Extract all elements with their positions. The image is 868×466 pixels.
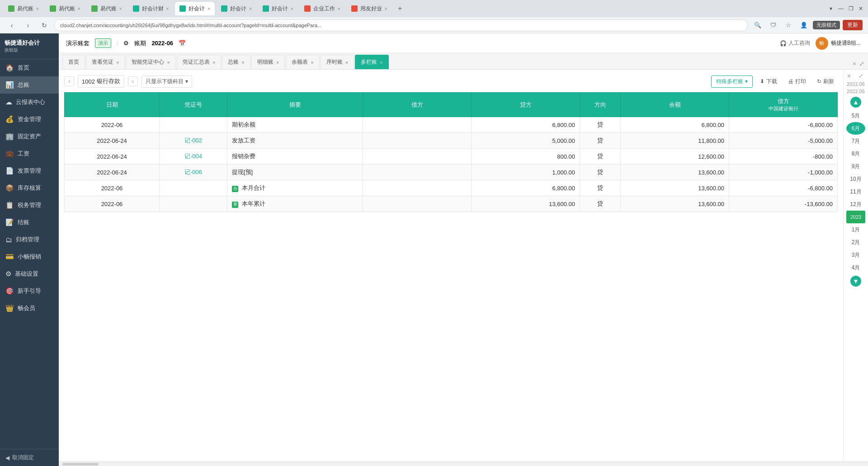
tab-detail-ledger[interactable]: 明细账 × xyxy=(251,55,285,69)
calendar-scroll-down[interactable]: ▼ xyxy=(850,276,861,287)
browser-tab-3[interactable]: 易代账 × xyxy=(87,2,127,15)
sidebar-item-archive[interactable]: 🗂 归档管理 xyxy=(0,231,59,248)
calendar-scroll-up[interactable]: ▲ xyxy=(850,97,861,108)
tab-smart-voucher-close[interactable]: × xyxy=(167,60,170,65)
nav-next-button[interactable]: › xyxy=(128,76,138,86)
sidebar-item-salary[interactable]: 💼 工资 xyxy=(0,145,59,162)
tab-general-ledger-close[interactable]: × xyxy=(241,60,244,65)
download-button[interactable]: ⬇ 下载 xyxy=(756,76,781,87)
user-info[interactable]: 畅 畅捷通B组... xyxy=(816,37,861,50)
minimize-button[interactable]: — xyxy=(837,5,844,12)
calendar-icon[interactable]: 📅 xyxy=(179,40,186,47)
browser-tab-2[interactable]: 易代账 × xyxy=(45,2,85,15)
sidebar-item-invoice[interactable]: 📄 发票管理 xyxy=(0,162,59,179)
tab-close-3[interactable]: × xyxy=(119,6,122,11)
calendar-month-9[interactable]: 9月 xyxy=(846,160,865,173)
calendar-month-2023-2[interactable]: 2月 xyxy=(846,236,865,249)
tab-balance-table[interactable]: 余额表 × xyxy=(286,55,319,69)
sidebar-pin-button[interactable]: ◀ 取消固定 xyxy=(0,449,59,466)
tab-list-button[interactable]: ▾ xyxy=(827,5,835,12)
calendar-month-2023-4[interactable]: 4月 xyxy=(846,261,865,274)
tab-bar-collapse-icon[interactable]: × xyxy=(853,60,856,67)
cell-voucher-1[interactable]: 记-002 xyxy=(160,133,227,149)
calendar-month-2023-3[interactable]: 3月 xyxy=(846,249,865,261)
right-panel-close-button[interactable]: × xyxy=(844,71,854,80)
url-bar[interactable]: cloud2.chanjet.com/accounting/uh26t264j5… xyxy=(54,19,748,31)
tab-home[interactable]: 首页 xyxy=(62,55,85,69)
tab-close-2[interactable]: × xyxy=(78,6,80,11)
browser-tab-8[interactable]: 企业工作 × xyxy=(300,2,345,15)
cell-voucher-3[interactable]: 记-006 xyxy=(160,165,227,180)
tab-sequence-ledger-close[interactable]: × xyxy=(345,60,348,65)
right-panel-expand-button[interactable]: ⤢ xyxy=(856,71,865,80)
browser-tab-1[interactable]: 易代账 × xyxy=(4,2,43,15)
tab-general-ledger[interactable]: 总账 × xyxy=(222,55,250,69)
back-button[interactable]: ‹ xyxy=(5,19,18,32)
nav-prev-button[interactable]: ‹ xyxy=(64,76,74,86)
tab-close-4[interactable]: × xyxy=(166,6,169,11)
calendar-month-12[interactable]: 12月 xyxy=(846,198,865,211)
sub-filter-dropdown[interactable]: 只显示下级科目 ▾ xyxy=(142,75,192,88)
sidebar-item-guide[interactable]: 🎯 新手引导 xyxy=(0,282,59,300)
tab-view-voucher[interactable]: 查看凭证 × xyxy=(86,55,125,69)
tab-close-1[interactable]: × xyxy=(36,6,39,11)
search-icon[interactable]: 🔍 xyxy=(751,19,764,32)
tab-close-5[interactable]: × xyxy=(208,6,210,11)
tab-close-9[interactable]: × xyxy=(385,6,387,11)
tab-multi-column-close[interactable]: × xyxy=(380,60,382,65)
incognito-button[interactable]: 无痕模式 xyxy=(813,21,840,29)
sidebar-item-expense[interactable]: 💳 小畅报销 xyxy=(0,248,59,265)
bookmark-icon[interactable]: ☆ xyxy=(782,19,795,32)
tab-bar-expand-icon[interactable]: ⤢ xyxy=(859,60,864,67)
refresh-button[interactable]: ↻ 刷新 xyxy=(813,76,838,87)
browser-tab-7[interactable]: 好会计 × xyxy=(258,2,298,15)
tab-sequence-ledger[interactable]: 序时账 × xyxy=(321,55,354,69)
tab-voucher-summary[interactable]: 凭证汇总表 × xyxy=(177,55,221,69)
shield-icon[interactable]: 🛡 xyxy=(767,19,779,32)
calendar-month-8[interactable]: 8月 xyxy=(846,147,865,160)
calendar-month-11[interactable]: 11月 xyxy=(846,185,865,198)
sidebar-item-fund[interactable]: 💰 资金管理 xyxy=(0,111,59,128)
browser-tab-6[interactable]: 好会计 × xyxy=(217,2,256,15)
sidebar-item-fixed-assets[interactable]: 🏢 固定资产 xyxy=(0,128,59,145)
browser-tab-9[interactable]: 用友好业 × xyxy=(347,2,392,15)
tab-voucher-summary-close[interactable]: × xyxy=(212,60,215,65)
calendar-month-2023-1[interactable]: 1月 xyxy=(846,223,865,236)
scroll-thumb[interactable] xyxy=(62,463,99,466)
maximize-button[interactable]: ❐ xyxy=(847,5,854,12)
calendar-month-5[interactable]: 5月 xyxy=(846,109,865,122)
profile-icon[interactable]: 👤 xyxy=(797,19,810,32)
tab-balance-table-close[interactable]: × xyxy=(311,60,313,65)
special-col-button[interactable]: 特殊多栏账 ▾ xyxy=(711,75,753,88)
sidebar-item-membership[interactable]: 👑 畅会员 xyxy=(0,300,59,317)
sidebar-item-inventory[interactable]: 📦 库存核算 xyxy=(0,179,59,197)
calendar-month-6[interactable]: 6月 xyxy=(846,122,865,135)
calendar-month-7[interactable]: 7月 xyxy=(846,135,865,147)
forward-button[interactable]: › xyxy=(22,19,34,32)
sidebar-item-settings[interactable]: ⚙ 基础设置 xyxy=(0,265,59,282)
sidebar-item-general-ledger[interactable]: 📊 总账 xyxy=(0,76,59,94)
consultant-button[interactable]: 🎧 人工咨询 xyxy=(780,39,810,47)
refresh-button[interactable]: ↻ xyxy=(38,19,51,32)
sidebar-item-tax[interactable]: 📋 税务管理 xyxy=(0,197,59,214)
tab-close-8[interactable]: × xyxy=(338,6,340,11)
update-button[interactable]: 更新 xyxy=(843,20,863,30)
tab-close-6[interactable]: × xyxy=(249,6,252,11)
tab-detail-ledger-close[interactable]: × xyxy=(276,60,279,65)
cell-voucher-2[interactable]: 记-004 xyxy=(160,149,227,165)
tab-close-7[interactable]: × xyxy=(291,6,293,11)
calendar-month-10[interactable]: 10月 xyxy=(846,173,865,185)
sidebar-item-home[interactable]: 🏠 首页 xyxy=(0,59,59,76)
print-button[interactable]: 🖨 打印 xyxy=(784,76,810,87)
browser-tab-4[interactable]: 好会计财 × xyxy=(128,2,174,15)
tab-smart-voucher[interactable]: 智能凭证中心 × xyxy=(126,55,175,69)
new-tab-button[interactable]: + xyxy=(394,2,406,15)
close-button[interactable]: ✕ xyxy=(857,5,864,12)
tab-view-voucher-close[interactable]: × xyxy=(116,60,119,65)
browser-tab-5[interactable]: 好会计 × xyxy=(175,2,215,15)
settings-gear-icon[interactable]: ⚙ xyxy=(123,40,129,47)
account-selector[interactable]: 1002 银行存款 xyxy=(78,75,124,88)
tab-multi-column[interactable]: 多栏账 × xyxy=(355,55,388,69)
sidebar-item-cloud-reports[interactable]: ☁ 云报表中心 xyxy=(0,94,59,111)
sidebar-item-settlement[interactable]: 📝 结账 xyxy=(0,214,59,231)
